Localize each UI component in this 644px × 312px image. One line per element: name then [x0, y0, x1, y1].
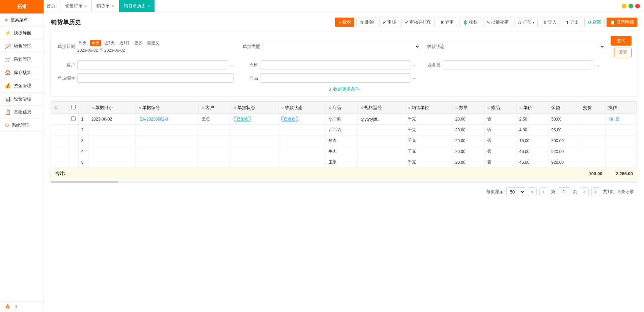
tab-sales-order[interactable]: 销售订单 ×	[60, 0, 92, 12]
sidebar-bottom: 🔥 ⏸	[0, 301, 44, 312]
collect-button[interactable]: 💲 收款	[459, 18, 481, 27]
date-tab-custom[interactable]: 自定义	[146, 40, 161, 46]
tab-sales-order-close[interactable]: ×	[85, 4, 87, 8]
agent-picker-icon[interactable]: ···	[595, 63, 599, 68]
tab-sales-goods-close[interactable]: ×	[112, 4, 114, 8]
print-button[interactable]: 🖨 打印 ▾	[514, 18, 538, 27]
col-price[interactable]: ⇅ 单价	[516, 102, 549, 114]
goods-picker-icon[interactable]: ···	[413, 76, 417, 81]
tab-home[interactable]: 首页	[47, 0, 60, 12]
doc-num-link[interactable]: SA-20230602-0	[140, 117, 168, 122]
summary-total-amount: 2,286.00	[616, 171, 633, 176]
filter-type-select[interactable]	[262, 42, 421, 51]
col-doc-status[interactable]: ⇅ 单据状态	[231, 102, 278, 114]
next-page-button[interactable]: ›	[580, 187, 589, 196]
maximize-button[interactable]	[628, 4, 633, 8]
filter-agent-input[interactable]	[443, 60, 593, 70]
select-all-checkbox[interactable]	[71, 105, 76, 109]
delete-button[interactable]: 🗑 删除	[356, 18, 377, 27]
scroll-thumb[interactable]	[51, 181, 118, 183]
audit-print-button[interactable]: ✔ 审核并打印	[401, 18, 435, 27]
import-button[interactable]: ⬇ 导入	[540, 18, 560, 27]
action-详情[interactable]: 览	[615, 116, 619, 121]
sidebar-item-business-mgmt[interactable]: 📊 经营管理	[0, 93, 44, 106]
action-编辑[interactable]: 编	[609, 116, 613, 121]
col-qty[interactable]: ⇅ 数量	[452, 102, 484, 114]
collect-icon: 💲	[463, 20, 468, 25]
sidebar-item-purchase-mgmt[interactable]: 🛒 采购管理	[0, 53, 44, 66]
tab-sales-goods[interactable]: 销货单 ×	[92, 0, 119, 12]
table-row: 4牛肉千克20.00否46.00920.00	[51, 146, 637, 157]
customer-picker-icon[interactable]: ···	[230, 63, 234, 68]
date-tab-more[interactable]: 更多	[133, 40, 144, 46]
minimize-button[interactable]	[622, 4, 626, 8]
query-button[interactable]: 查询	[611, 36, 632, 46]
col-customer[interactable]: ⇅ 客户	[199, 102, 231, 114]
sidebar-item-quick-nav[interactable]: ⚡ 快捷导航	[0, 27, 44, 40]
sidebar-item-label: 销售管理	[14, 43, 31, 49]
col-spec[interactable]: ⇅ 规格型号	[358, 102, 405, 114]
date-tab-today[interactable]: 今天	[90, 40, 101, 46]
sort-icon: ⇅	[202, 106, 204, 110]
last-page-button[interactable]: »	[591, 187, 600, 196]
cell-doc-num: SA-20230602-0	[136, 114, 199, 125]
table-settings-icon[interactable]: ⚙	[54, 105, 58, 110]
filter-warehouse-label: 仓库	[239, 62, 258, 68]
col-pay-status[interactable]: ⇅ 收款状态	[278, 102, 326, 114]
filter-docnum-input[interactable]	[77, 73, 234, 83]
sidebar-fire-icon[interactable]: 🔥	[5, 304, 10, 309]
display-detail-button[interactable]: 📋 显示明细	[607, 18, 637, 27]
cell-gift: 否	[484, 114, 516, 125]
date-tab-yesterday[interactable]: 昨天	[77, 40, 88, 46]
col-gift[interactable]: ⇅ 赠品	[484, 102, 516, 114]
batch-change-icon: ✎	[486, 20, 490, 25]
set-button[interactable]: 设置	[614, 48, 632, 57]
export-icon: ⬆	[565, 20, 569, 25]
col-unit[interactable]: ⇅ 销售单位	[405, 102, 452, 114]
col-doc-date[interactable]: ⇅ 单据日期	[88, 102, 136, 114]
cell-price: 46.00	[516, 157, 549, 168]
page-size-select[interactable]: 50 100 200	[506, 187, 525, 196]
row-checkbox[interactable]	[71, 116, 76, 121]
sidebar-item-sales-mgmt[interactable]: 📈 销售管理	[0, 40, 44, 53]
sidebar-item-search[interactable]: ≡ 搜索菜单	[0, 14, 44, 27]
close-button[interactable]	[635, 4, 640, 8]
batch-change-button[interactable]: ✎ 批量变更	[483, 18, 512, 27]
cell-doc-num	[136, 125, 199, 135]
tab-sales-history-close[interactable]: ×	[148, 4, 150, 8]
sort-icon: ⇅	[91, 106, 94, 110]
col-doc-num[interactable]: ⇅ 单据编号	[136, 102, 199, 114]
warehouse-picker-icon[interactable]: ···	[413, 63, 417, 68]
tab-sales-history[interactable]: 销货单历史 ×	[119, 0, 155, 12]
page-number-input[interactable]	[558, 187, 570, 196]
sidebar-item-inventory[interactable]: 🏠 库存核算	[0, 66, 44, 79]
sidebar-item-finance[interactable]: 💰 资金管理	[0, 79, 44, 93]
cell-doc-date: 2023-06-02	[88, 114, 136, 125]
collapse-button[interactable]: ∧ 收起更多条件	[56, 86, 632, 92]
cell-gift: 否	[484, 135, 516, 146]
cell-num: 4	[78, 146, 88, 157]
discard-button[interactable]: ✖ 弃审	[437, 18, 457, 27]
add-button[interactable]: + 新增	[335, 18, 354, 27]
date-tab-7days[interactable]: 近7天	[103, 40, 116, 46]
filter-row-3: 单据编号 商品 ···	[56, 73, 632, 83]
sidebar-item-basic-info[interactable]: 📋 基础信息	[0, 106, 44, 119]
filter-goods-input[interactable]	[260, 73, 411, 83]
sidebar-pause-icon[interactable]: ⏸	[13, 304, 18, 309]
first-page-button[interactable]: «	[528, 187, 537, 196]
refresh-button[interactable]: ↺ 刷新	[584, 18, 605, 27]
col-settings[interactable]: ⚙	[51, 102, 68, 114]
prev-page-button[interactable]: ‹	[539, 187, 548, 196]
table-summary: 合计: 100.00 2,286.00	[51, 168, 637, 179]
cell-doc-date	[88, 157, 136, 168]
filter-warehouse-input[interactable]	[260, 60, 411, 70]
filter-customer-input[interactable]	[77, 60, 228, 70]
col-goods[interactable]: ⇅ 商品	[326, 102, 358, 114]
date-tab-1month[interactable]: 近1月	[118, 40, 131, 46]
audit-button[interactable]: ✔ 审核	[379, 18, 399, 27]
export-button[interactable]: ⬆ 导出	[562, 18, 582, 27]
horizontal-scrollbar[interactable]	[51, 181, 637, 183]
sidebar-item-system-mgmt[interactable]: ⚙ 系统管理	[0, 119, 44, 132]
date-range: 2023-06-02 至 2023-06-02	[77, 48, 236, 53]
filter-pay-status-select[interactable]	[447, 42, 605, 51]
